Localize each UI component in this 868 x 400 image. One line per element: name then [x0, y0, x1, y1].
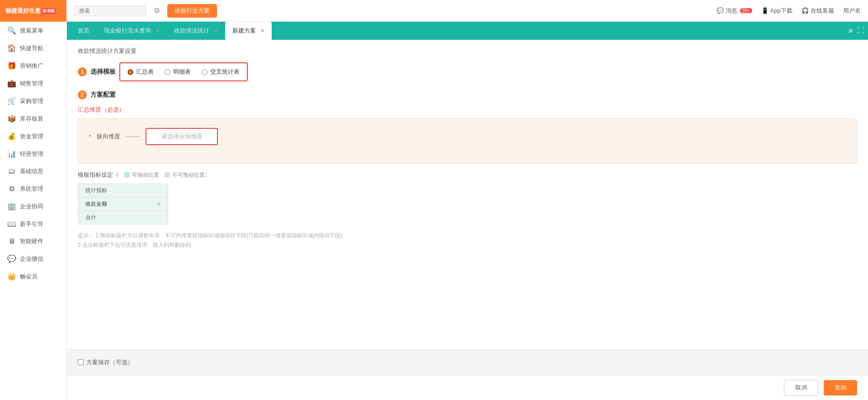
- sidebar-label-quick-nav: 快捷导航: [20, 44, 43, 52]
- download-icon: 📱: [761, 7, 769, 14]
- metrics-setting: 模板指标设定（ 可拖动位置 不可拖动位置）: [78, 171, 857, 225]
- sidebar-item-enterprise-wechat[interactable]: 💬企业微信: [0, 250, 66, 268]
- tab-close-new-plan[interactable]: ✕: [260, 28, 264, 34]
- sidebar-label-newbie-guide: 新手引导: [20, 220, 43, 228]
- sidebar-label-enterprise-wechat: 企业微信: [20, 255, 43, 263]
- dimension-arrow: ——: [126, 132, 140, 141]
- enterprise-collab-icon: 🏢: [7, 202, 16, 211]
- footer-bar: 方案保存（可选）: [67, 349, 868, 375]
- sidebar-item-sales[interactable]: 💼销售管理: [0, 75, 66, 92]
- newbie-guide-icon: 📖: [7, 220, 16, 228]
- hint-2: 2.点击标题栏下拉可设置排序、插入列和删除列: [78, 241, 857, 249]
- cancel-button[interactable]: 取消: [784, 380, 818, 396]
- stats-table-area: 统计指标 收款金额 ∨ 合计: [78, 184, 168, 225]
- draggable-label: 可拖动位置: [132, 171, 159, 179]
- sidebar-label-operations: 经营管理: [20, 150, 43, 158]
- tab-label-new-plan: 新建方案: [232, 27, 256, 35]
- chevron-down-icon[interactable]: ∨: [157, 201, 160, 207]
- sidebar-item-quick-nav[interactable]: 🏠快捷导航: [0, 39, 66, 57]
- marketing-icon: 🎁: [7, 61, 16, 70]
- notification-badge: 99+: [740, 8, 752, 13]
- sidebar-logo: 畅捷通好生意 标准版: [0, 0, 66, 22]
- metrics-label-row: 模板指标设定（ 可拖动位置 不可拖动位置）: [78, 171, 857, 179]
- smart-hardware-icon: 🖥: [7, 237, 16, 245]
- sidebar-item-enterprise-collab[interactable]: 🏢企业协同: [0, 198, 66, 215]
- maximize-icon[interactable]: ⛶: [857, 27, 864, 35]
- notification-item[interactable]: 💬 消息 99+: [717, 7, 752, 15]
- sidebar-item-search[interactable]: 🔍搜索菜单: [0, 22, 66, 39]
- operations-icon: 📊: [7, 150, 16, 158]
- radio-summary-label: 汇总表: [136, 68, 154, 76]
- dimension-selector[interactable]: 请选择分组维度: [146, 128, 218, 145]
- vertical-dim-label: 纵向维度: [97, 132, 120, 141]
- sidebar-label-search: 搜索菜单: [20, 27, 43, 35]
- sidebar-item-vip-member[interactable]: 👑畅会员: [0, 268, 66, 285]
- sidebar-item-smart-hardware[interactable]: 🖥智能硬件: [0, 233, 66, 250]
- sidebar-item-inventory[interactable]: 📦库存核算: [0, 110, 66, 127]
- sidebar-item-purchase[interactable]: 🛒采购管理: [0, 92, 66, 110]
- logo-text: 畅捷通好生意: [5, 7, 41, 15]
- save-checkbox[interactable]: [78, 359, 84, 365]
- radio-summary[interactable]: 汇总表: [127, 68, 154, 76]
- radio-cross-label: 交叉统计表: [210, 68, 240, 76]
- step2-circle: 2: [78, 90, 87, 99]
- basic-info-icon: 🗂: [7, 167, 16, 175]
- download-label: App下载: [770, 7, 793, 15]
- sidebar-item-marketing[interactable]: 🎁营销推广: [0, 57, 66, 75]
- sidebar-item-funds[interactable]: 💰资金管理: [0, 127, 66, 145]
- step2-section: 2 方案配置 汇总维度（必选） * 纵向维度 ——: [78, 90, 857, 249]
- sidebar-label-basic-info: 基础信息: [20, 167, 43, 175]
- action-bar: 取消 查询: [67, 375, 868, 400]
- tab-receipt-stats[interactable]: 收款情况统计✕: [167, 22, 225, 40]
- non-draggable-legend: 不可拖动位置）: [165, 171, 210, 179]
- tab-label-home: 首页: [78, 27, 90, 35]
- radio-cross[interactable]: 交叉统计表: [202, 68, 240, 76]
- sidebar-label-purchase: 采购管理: [20, 97, 43, 105]
- tab-label-receipt-stats: 收款情况统计: [174, 27, 209, 35]
- stats-table-cell-amount[interactable]: 收款金额 ∨: [78, 198, 168, 211]
- chat-item[interactable]: 🎧 在线客服: [802, 7, 834, 15]
- dimension-area: * 纵向维度 —— 请选择分组维度: [78, 118, 857, 164]
- gear-icon[interactable]: ⚙: [154, 6, 160, 15]
- sidebar-label-sales: 销售管理: [20, 80, 43, 88]
- tab-close-bank-flow[interactable]: ✕: [156, 28, 160, 34]
- draggable-legend: 可拖动位置: [124, 171, 159, 179]
- tab-bank-flow[interactable]: 现金银行流水查询✕: [97, 22, 167, 40]
- sidebar-label-marketing: 营销推广: [20, 62, 43, 70]
- tabbar: 首页现金银行流水查询✕收款情况统计✕新建方案✕ ✕ ⛶: [67, 22, 868, 40]
- trial-button[interactable]: 体验行业方案: [167, 4, 217, 18]
- tab-new-plan[interactable]: 新建方案✕: [225, 22, 272, 40]
- radio-detail-label: 明细表: [173, 68, 191, 76]
- inventory-icon: 📦: [7, 114, 16, 123]
- search-input[interactable]: [74, 5, 146, 16]
- user-item[interactable]: 用户名: [843, 7, 861, 15]
- sidebar-item-basic-info[interactable]: 🗂基础信息: [0, 163, 66, 180]
- metrics-setting-label: 模板指标设定（: [78, 171, 119, 179]
- radio-detail[interactable]: 明细表: [165, 68, 191, 76]
- page-title: 收款情况统计方案设置: [78, 47, 857, 55]
- query-button[interactable]: 查询: [824, 380, 857, 395]
- sidebar-item-newbie-guide[interactable]: 📖新手引导: [0, 215, 66, 233]
- save-option-row: 方案保存（可选）: [78, 358, 133, 367]
- close-window-icon[interactable]: ✕: [848, 27, 854, 35]
- chat-icon: 🎧: [802, 7, 809, 14]
- stats-table-subtotal: 合计: [78, 211, 168, 224]
- non-draggable-dot: [165, 172, 170, 178]
- content-inner: 收款情况统计方案设置 1 选择模板 汇总表: [67, 40, 868, 349]
- sidebar-item-operations[interactable]: 📊经营管理: [0, 145, 66, 163]
- step2-header: 2 方案配置: [78, 90, 857, 99]
- stats-table-header: 统计指标: [78, 184, 168, 198]
- tab-home[interactable]: 首页: [71, 22, 97, 40]
- sidebar-label-enterprise-collab: 企业协同: [20, 202, 43, 211]
- download-item[interactable]: 📱 App下载: [761, 7, 793, 15]
- sidebar-label-vip-member: 畅会员: [20, 273, 38, 281]
- hint-1: 提示： 1.拖动标题栏可以调整布局，不可跨维度或指标区域拖动目字段(只能在同一维…: [78, 232, 857, 240]
- dimension-row: * 纵向维度 —— 请选择分组维度: [89, 128, 846, 145]
- sidebar-label-smart-hardware: 智能硬件: [20, 237, 43, 245]
- topbar-right: 💬 消息 99+ 📱 App下载 🎧 在线客服 用户名: [717, 7, 861, 15]
- dimension-label-text: 汇总维度（必选）: [78, 106, 125, 113]
- sidebar-item-system[interactable]: ⚙系统管理: [0, 180, 66, 198]
- step1-header: 1 选择模板 汇总表 明细表: [78, 62, 857, 81]
- tab-close-receipt-stats[interactable]: ✕: [214, 28, 218, 34]
- tabbar-right: ✕ ⛶: [848, 27, 864, 35]
